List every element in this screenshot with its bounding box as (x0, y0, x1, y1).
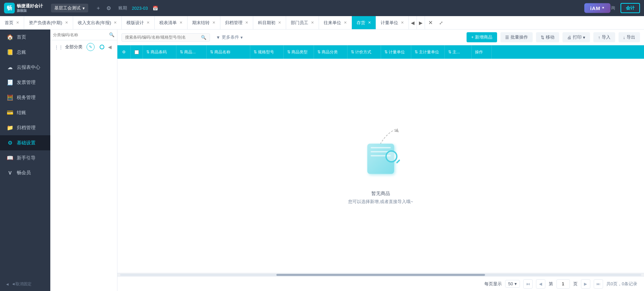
period-label: 账期 (118, 5, 127, 11)
product-search-icon[interactable]: 🔍 (201, 35, 206, 40)
tab-taxlist[interactable]: 税表清单 ✕ (155, 16, 187, 30)
page-number-input[interactable] (556, 279, 570, 289)
th-settings[interactable]: ⚙ (117, 45, 131, 59)
product-search-input[interactable] (125, 35, 199, 40)
period-value: 2023-03 (132, 6, 148, 11)
th-type[interactable]: ⇅ 商品类型 (284, 45, 314, 59)
page-size-selector[interactable]: 50 ▾ (505, 280, 520, 288)
tab-home[interactable]: 首页 ✕ (0, 16, 24, 30)
th-unit[interactable]: ⇅ 计量单位 (381, 45, 411, 59)
th-main-unit[interactable]: ⇅ 主计量单位 (411, 45, 445, 59)
th-checkbox[interactable] (131, 45, 143, 59)
tab-balance[interactable]: 资产负债表(中期) ✕ (24, 16, 73, 30)
tab-subjects-close[interactable]: ✕ (278, 20, 281, 25)
add-tab-button[interactable]: ＋ (94, 3, 102, 13)
sidebar-item-tax[interactable]: 🧮 税务管理 (0, 90, 50, 105)
sidebar-item-archivemgr[interactable]: 📁 归档管理 (0, 120, 50, 135)
category-search-icon[interactable]: 🔍 (109, 32, 114, 37)
page-next-btn[interactable]: ▶ (581, 279, 590, 289)
tab-home-close[interactable]: ✕ (16, 20, 19, 25)
sidebar-item-cloud[interactable]: ☁ 云报表中心 (0, 60, 50, 75)
tab-measure-label: 计量单位 (381, 20, 398, 26)
category-edit-btn[interactable]: ✎ (87, 43, 95, 51)
th-category[interactable]: ⇅ 商品分类 (314, 45, 347, 59)
settings-icon[interactable]: ⚙ (105, 4, 112, 13)
table-panel: 🔍 ▼ 更多条件 ▾ + 新增商品 ☰ 批量操作 (117, 30, 644, 291)
tab-template[interactable]: 模版设计 ✕ (122, 16, 155, 30)
filter-chevron-icon: ▾ (240, 35, 243, 40)
tab-department[interactable]: 部门员工 ✕ (286, 16, 319, 30)
tab-taxlist-close[interactable]: ✕ (179, 20, 182, 25)
sidebar-item-ledger[interactable]: 📒 总账 (0, 45, 50, 60)
export-button[interactable]: ↓ 导出 (619, 32, 640, 42)
tab-inventory-close[interactable]: ✕ (368, 20, 371, 25)
tab-expand[interactable]: ⤢ (436, 16, 446, 30)
tab-income[interactable]: 收入支出表(年报) ✕ (73, 16, 122, 30)
grid-icon: ⋮⋮ (54, 45, 63, 50)
th-barcode-label: ⇅ 商品条码 (146, 49, 167, 55)
company-selector[interactable]: 基层工会测试 ▾ (51, 4, 88, 12)
import-button[interactable]: ↑ 导入 (593, 32, 615, 42)
sidebar-collapse-btn[interactable]: ◄ ◄取消固定 (0, 277, 50, 291)
sidebar-item-member[interactable]: V 畅会员 (0, 165, 50, 180)
tab-close-all[interactable]: ✕ (425, 16, 436, 30)
sidebar-item-settings[interactable]: ⚙ 基础设置 (0, 135, 50, 150)
tab-department-close[interactable]: ✕ (311, 20, 314, 25)
batch-ops-button[interactable]: ☰ 批量操作 (500, 32, 533, 42)
th-spec[interactable]: ⇅ 规格型号 (250, 45, 284, 59)
select-all-checkbox[interactable] (135, 50, 139, 54)
iam-badge[interactable]: iAM * (584, 3, 611, 13)
page-prev-btn[interactable]: ◀ (536, 279, 545, 289)
company-name: 基层工会测试 (54, 5, 80, 11)
th-barcode[interactable]: ⇅ 商品条码 (143, 45, 176, 59)
sidebar-item-invoice[interactable]: 🧾 发票管理 (0, 75, 50, 90)
tab-measure[interactable]: 计量单位 ✕ (376, 16, 409, 30)
scrollbar-thumb[interactable] (276, 274, 485, 276)
add-product-button[interactable]: + 新增商品 (467, 32, 497, 42)
invoice-icon: 🧾 (7, 79, 13, 86)
tab-balance-close[interactable]: ✕ (65, 20, 68, 25)
dropdown-icon: ▾ (83, 6, 85, 11)
category-panel: 🔍 ⋮⋮ 全部分类 ✎ ◀ (50, 30, 117, 291)
move-button[interactable]: ⇅ 移动 (536, 32, 559, 42)
tab-measure-close[interactable]: ✕ (401, 20, 404, 25)
tab-template-close[interactable]: ✕ (147, 20, 150, 25)
cloud-icon: ☁ (7, 64, 13, 70)
tab-contacts[interactable]: 往来单位 ✕ (319, 16, 352, 30)
tab-income-close[interactable]: ✕ (114, 20, 117, 25)
tab-income-label: 收入支出表(年报) (78, 20, 111, 26)
sidebar-home-label: 首页 (17, 34, 26, 40)
more-filters-btn[interactable]: ▼ 更多条件 ▾ (213, 33, 246, 42)
calendar-icon[interactable]: 📅 (153, 6, 158, 11)
tab-scroll-right[interactable]: ▶ (417, 16, 425, 30)
tab-inventory[interactable]: 存货 ✕ (352, 16, 376, 30)
th-pricing[interactable]: ⇅ 计价方式 (347, 45, 381, 59)
tab-carryover-close[interactable]: ✕ (212, 20, 215, 25)
top-right-actions: 🎧 人工咨询 会计 iAM * (591, 3, 640, 13)
tab-contacts-close[interactable]: ✕ (344, 20, 347, 25)
page-last-btn[interactable]: ⏭ (594, 279, 603, 289)
kuaiji-button[interactable]: 会计 (621, 3, 640, 13)
sidebar-item-guide[interactable]: 📖 新手引导 (0, 150, 50, 165)
active-dot (100, 45, 104, 49)
tab-department-label: 部门员工 (291, 20, 308, 26)
tab-archive-close[interactable]: ✕ (245, 20, 248, 25)
guide-icon: 📖 (7, 155, 13, 161)
horizontal-scrollbar[interactable] (117, 273, 644, 276)
more-filters-label: 更多条件 (222, 34, 239, 40)
tab-archive[interactable]: 归档管理 ✕ (220, 16, 253, 30)
th-name[interactable]: ⇅ 商品名称 (207, 45, 250, 59)
category-collapse-btn[interactable]: ◀ (106, 44, 113, 50)
sidebar-item-checkout[interactable]: 💳 结账 (0, 105, 50, 120)
category-all-row[interactable]: ⋮⋮ 全部分类 ✎ ◀ (50, 40, 117, 54)
th-num[interactable]: ⇅ 主... (445, 45, 472, 59)
sidebar-item-home[interactable]: 🏠 首页 (0, 30, 50, 45)
tab-scroll-left[interactable]: ◀ (409, 16, 417, 30)
tab-carryover[interactable]: 期末结转 ✕ (187, 16, 220, 30)
page-first-btn[interactable]: ⏮ (523, 279, 533, 289)
category-search-input[interactable] (53, 33, 107, 37)
category-search-row: 🔍 (50, 30, 117, 40)
tab-subjects[interactable]: 科目期初 ✕ (253, 16, 286, 30)
print-button[interactable]: 🖨 打印 ▾ (562, 32, 590, 42)
th-code[interactable]: ⇅ 商品... (176, 45, 207, 59)
